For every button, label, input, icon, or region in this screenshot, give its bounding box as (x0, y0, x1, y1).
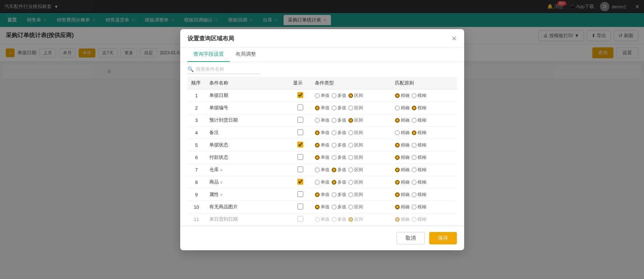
th-display: 显示 (289, 77, 311, 82)
search-icon: 🔍 (187, 66, 194, 72)
modal-search-area: 🔍 (180, 62, 464, 77)
th-condition-type: 条件类型 (311, 77, 391, 82)
th-condition-name: 条件名称 (206, 77, 289, 82)
th-order: 顺序 (187, 77, 206, 82)
th-match-rule: 匹配原则 (391, 77, 457, 82)
modal-overlay: 设置查询区域布局 ✕ 查询字段设置 布局调整 🔍 顺序 条件名称 显示 (0, 0, 644, 82)
modal-header: 设置查询区域布局 ✕ (180, 29, 464, 47)
search-input-wrap: 🔍 (187, 66, 260, 74)
settings-modal: 设置查询区域布局 ✕ 查询字段设置 布局调整 🔍 顺序 条件名称 显示 (180, 29, 464, 82)
conditions-table: 顺序 条件名称 显示 条件类型 匹配原则 1单据日期单值多值区间精确模糊2单据编… (187, 77, 457, 82)
modal-title: 设置查询区域布局 (187, 35, 234, 43)
modal-table-area: 顺序 条件名称 显示 条件类型 匹配原则 1单据日期单值多值区间精确模糊2单据编… (180, 77, 464, 82)
condition-search-input[interactable] (196, 66, 260, 72)
modal-tab-query-fields[interactable]: 查询字段设置 (187, 47, 230, 62)
modal-tabs: 查询字段设置 布局调整 (180, 47, 464, 62)
modal-close-button[interactable]: ✕ (451, 35, 457, 42)
modal-tab-layout[interactable]: 布局调整 (230, 47, 262, 62)
table-header-row: 顺序 条件名称 显示 条件类型 匹配原则 (187, 77, 457, 82)
